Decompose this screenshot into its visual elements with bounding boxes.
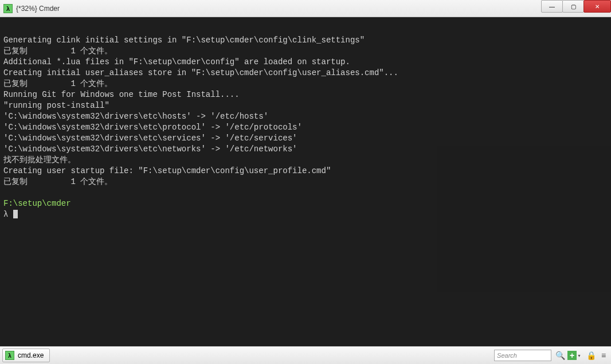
window-controls: — ▢ ✕ xyxy=(542,0,611,15)
terminal-line: 已复制 1 个文件。 xyxy=(3,177,112,186)
search-container: Search 🔍 + ▼ 🔒 ≡ xyxy=(494,350,609,361)
title-bar[interactable]: λ {*32%} Cmder — ▢ ✕ xyxy=(0,0,611,17)
minimize-button[interactable]: — xyxy=(541,0,563,13)
search-input[interactable]: Search xyxy=(494,350,551,361)
maximize-button[interactable]: ▢ xyxy=(562,0,584,13)
terminal-line: 'C:\windows\system32\drivers\etc\network… xyxy=(3,144,297,154)
menu-icon[interactable]: ≡ xyxy=(598,350,609,361)
terminal-line: 已复制 1 个文件。 xyxy=(3,79,112,88)
terminal-line: 'C:\windows\system32\drivers\etc\service… xyxy=(3,134,297,143)
console-tab[interactable]: λ cmd.exe xyxy=(2,349,50,362)
terminal-line: 找不到批处理文件。 xyxy=(3,155,76,165)
terminal-line: Running Git for Windows one time Post In… xyxy=(3,90,240,99)
prompt-path: F:\setup\cmder xyxy=(3,199,71,208)
prompt-symbol: λ xyxy=(3,210,8,219)
search-icon[interactable]: 🔍 xyxy=(555,350,565,361)
terminal-cursor xyxy=(13,210,18,218)
window-title: {*32%} Cmder xyxy=(16,5,60,13)
status-bar: λ cmd.exe Search 🔍 + ▼ 🔒 ≡ xyxy=(0,346,611,364)
tab-label: cmd.exe xyxy=(18,351,44,359)
terminal-area[interactable]: Generating clink initial settings in "F:… xyxy=(0,17,611,346)
tab-icon: λ xyxy=(5,351,14,360)
terminal-line: 'C:\windows\system32\drivers\etc\hosts' … xyxy=(3,112,268,121)
new-tab-button[interactable]: + xyxy=(567,351,577,360)
terminal-line: Generating clink initial settings in "F:… xyxy=(3,36,365,45)
terminal-line: Additional *.lua files in "F:\setup\cmde… xyxy=(3,57,350,66)
app-icon: λ xyxy=(3,4,13,13)
terminal-line: Creating user startup file: "F:\setup\cm… xyxy=(3,166,331,175)
new-tab-dropdown[interactable]: ▼ xyxy=(577,354,581,358)
terminal-line: Creating initial user_aliases store in "… xyxy=(3,68,398,77)
close-button[interactable]: ✕ xyxy=(583,0,611,13)
terminal-line: "running post-install" xyxy=(3,101,109,110)
toolbar-icons: 🔍 + ▼ 🔒 ≡ xyxy=(555,350,609,361)
terminal-line: 已复制 1 个文件。 xyxy=(3,46,112,56)
terminal-line: 'C:\windows\system32\drivers\etc\protoco… xyxy=(3,123,302,132)
search-placeholder: Search xyxy=(497,352,517,359)
lock-icon[interactable]: 🔒 xyxy=(586,350,596,361)
